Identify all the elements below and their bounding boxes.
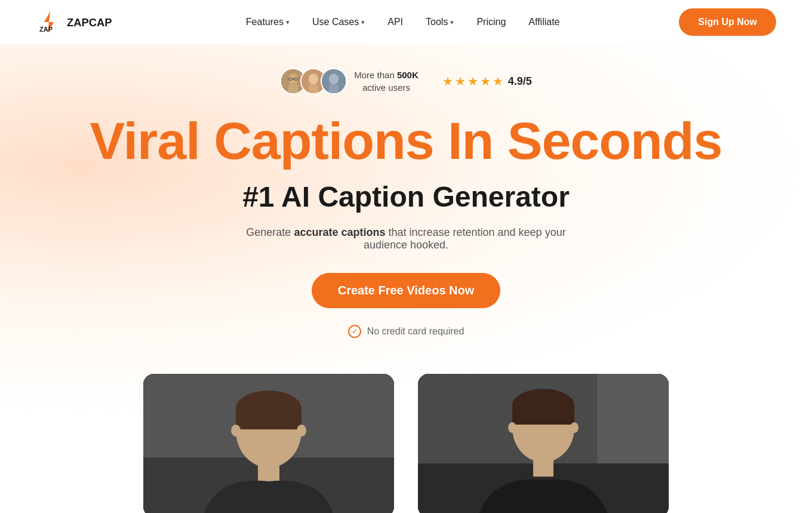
star-2: ★ bbox=[455, 74, 466, 88]
main-headline: Viral Captions In Seconds bbox=[90, 113, 722, 168]
svg-rect-23 bbox=[258, 465, 279, 483]
svg-point-21 bbox=[231, 425, 241, 437]
svg-text:ZAPCAP: ZAPCAP bbox=[67, 16, 112, 29]
avatar-group bbox=[280, 68, 347, 94]
checkmark-icon: ✓ bbox=[348, 325, 361, 338]
nav-affiliate[interactable]: Affiliate bbox=[519, 12, 569, 32]
svg-text:ZAP: ZAP bbox=[39, 26, 53, 33]
chevron-down-icon: ▾ bbox=[361, 19, 365, 26]
video-section bbox=[0, 374, 812, 513]
svg-point-14 bbox=[329, 73, 339, 84]
navbar: ZAP ZAPCAP Features ▾ Use Cases ▾ API To… bbox=[0, 0, 812, 44]
nav-links: Features ▾ Use Cases ▾ API Tools ▾ Prici… bbox=[236, 12, 570, 32]
star-3: ★ bbox=[467, 74, 478, 88]
no-cc-row: ✓ No credit card required bbox=[348, 325, 465, 338]
users-text: More than 500K active users bbox=[354, 69, 419, 94]
chevron-down-icon: ▾ bbox=[450, 19, 454, 26]
nav-api[interactable]: API bbox=[378, 12, 413, 32]
users-proof: More than 500K active users bbox=[280, 68, 419, 94]
svg-point-22 bbox=[297, 425, 306, 437]
star-4: ★ bbox=[480, 74, 491, 88]
social-proof-row: More than 500K active users ★ ★ ★ ★ ★ 4.… bbox=[280, 68, 532, 94]
star-1: ★ bbox=[442, 74, 453, 88]
svg-rect-20 bbox=[236, 408, 302, 429]
avatar bbox=[321, 68, 347, 94]
star-5: ★ bbox=[493, 74, 503, 88]
rating-score: 4.9/5 bbox=[508, 75, 532, 88]
svg-point-11 bbox=[309, 73, 318, 84]
brand-wordmark: ZAPCAP bbox=[67, 14, 127, 30]
chevron-down-icon: ▾ bbox=[286, 19, 290, 26]
nav-features[interactable]: Features ▾ bbox=[236, 12, 299, 32]
svg-rect-15 bbox=[329, 84, 339, 93]
nav-use-cases[interactable]: Use Cases ▾ bbox=[303, 12, 374, 32]
video-card-right bbox=[418, 374, 669, 513]
svg-rect-26 bbox=[597, 374, 669, 463]
svg-rect-12 bbox=[309, 84, 318, 93]
hero-description: Generate accurate captions that increase… bbox=[227, 226, 585, 251]
svg-point-30 bbox=[508, 422, 516, 433]
signup-button[interactable]: Sign Up Now bbox=[679, 8, 776, 36]
video-card-left bbox=[143, 374, 394, 513]
rating-row: ★ ★ ★ ★ ★ 4.9/5 bbox=[442, 74, 532, 88]
nav-pricing[interactable]: Pricing bbox=[467, 12, 515, 32]
no-cc-text: No credit card required bbox=[367, 326, 465, 337]
subheadline: #1 AI Caption Generator bbox=[242, 180, 570, 213]
svg-rect-6 bbox=[288, 84, 298, 93]
svg-rect-29 bbox=[512, 406, 574, 425]
star-rating: ★ ★ ★ ★ ★ bbox=[442, 74, 503, 88]
hero-section: More than 500K active users ★ ★ ★ ★ ★ 4.… bbox=[0, 44, 812, 513]
logo[interactable]: ZAP ZAPCAP bbox=[36, 9, 127, 35]
nav-tools[interactable]: Tools ▾ bbox=[416, 12, 463, 32]
svg-point-31 bbox=[570, 422, 579, 433]
cta-button[interactable]: Create Free Videos Now bbox=[312, 273, 501, 308]
svg-rect-32 bbox=[533, 460, 553, 477]
